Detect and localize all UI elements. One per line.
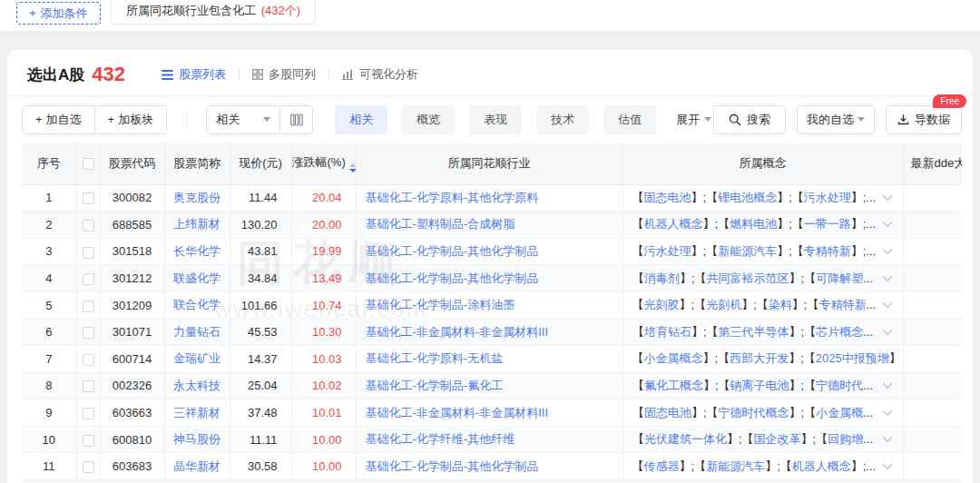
concept-link[interactable]: 钠离子电池 [730, 379, 789, 392]
stock-name-link[interactable]: 三祥新材 [173, 406, 220, 419]
concept-link[interactable]: 光刻胶 [644, 298, 680, 311]
col-header-price: 现价(元) [230, 143, 291, 184]
view-tab-list[interactable]: 股票列表 [149, 66, 239, 83]
tab-相关[interactable]: 相关 [335, 105, 387, 134]
chevron-down-icon[interactable] [882, 382, 893, 389]
concept-link[interactable]: 氟化工概念 [644, 379, 703, 392]
stock-name-link[interactable]: 永太科技 [173, 379, 220, 392]
concept-link[interactable]: 小金属概念 [644, 351, 703, 365]
row-checkbox[interactable] [83, 220, 94, 232]
industry-link[interactable]: 基础化工-非金属材料-非金属材料III [366, 325, 549, 339]
industry-link[interactable]: 基础化工-化学制品-涂料油墨 [366, 298, 515, 311]
concept-link[interactable]: 传感器 [644, 459, 680, 473]
stock-name-link[interactable]: 金瑞矿业 [173, 351, 220, 365]
row-checkbox[interactable] [83, 380, 94, 392]
add-watchlist-button[interactable]: + 加自选 [23, 106, 94, 133]
industry-link[interactable]: 基础化工-塑料制品-合成树脂 [366, 217, 515, 231]
tab-技术[interactable]: 技术 [536, 105, 589, 134]
concept-link[interactable]: 光刻机 [706, 298, 741, 311]
view-tab-multi[interactable]: 多股同列 [240, 66, 328, 83]
chevron-down-icon[interactable] [882, 222, 893, 228]
concept-link[interactable]: 共同富裕示范区 [707, 271, 789, 285]
row-checkbox[interactable] [83, 461, 94, 473]
concept-link[interactable]: 光伏建筑一体化 [644, 432, 727, 446]
concept-link[interactable]: 机器人概念 [644, 217, 703, 231]
concept-link[interactable]: 新能源汽车 [718, 244, 777, 258]
stock-name-link[interactable]: 上纬新材 [173, 217, 220, 231]
stock-name-link[interactable]: 联合化学 [173, 298, 220, 311]
concept-link[interactable]: 宁德时代 [816, 379, 863, 392]
view-tab-visual[interactable]: 可视化分析 [329, 66, 431, 83]
sort-icon[interactable] [349, 163, 356, 172]
concept-link[interactable]: 专精特新 [818, 298, 866, 311]
chevron-down-icon[interactable] [882, 463, 893, 469]
row-checkbox[interactable] [83, 273, 94, 285]
row-checkbox[interactable] [83, 435, 94, 447]
concept-link[interactable]: 燃料电池 [730, 217, 777, 231]
tab-表现[interactable]: 表现 [469, 105, 522, 134]
chevron-down-icon[interactable] [882, 248, 893, 254]
chevron-down-icon[interactable] [882, 275, 893, 281]
row-checkbox[interactable] [83, 301, 94, 312]
row-checkbox[interactable] [83, 354, 94, 366]
industry-link[interactable]: 基础化工-化学制品-其他化学制品 [366, 244, 539, 258]
add-board-button[interactable]: + 加板块 [94, 106, 167, 133]
chevron-down-icon[interactable] [882, 301, 893, 308]
concept-link[interactable]: 固态电池 [644, 191, 691, 204]
row-checkbox[interactable] [83, 327, 94, 339]
concept-link[interactable]: 可降解塑 [816, 271, 863, 285]
stock-name-link[interactable]: 奥克股份 [173, 191, 220, 204]
industry-link[interactable]: 基础化工-化学制品-氟化工 [366, 379, 504, 392]
stock-name-link[interactable]: 神马股份 [173, 432, 220, 446]
search-button[interactable]: 搜索 [713, 105, 786, 134]
concept-link[interactable]: 宁德时代概念 [719, 406, 789, 419]
concept-link[interactable]: 污水处理 [804, 191, 851, 204]
chevron-down-icon[interactable] [882, 194, 893, 201]
industry-link[interactable]: 基础化工-非金属材料-非金属材料III [366, 406, 549, 419]
chevron-down-icon[interactable] [882, 329, 893, 335]
industry-link[interactable]: 基础化工-化学原料-其他化学原料 [366, 191, 539, 204]
concept-link[interactable]: 一带一路 [804, 217, 851, 231]
concept-link[interactable]: 第三代半导体 [719, 325, 789, 339]
my-watchlist-dropdown[interactable]: 我的自选 [797, 105, 875, 134]
concept-link[interactable]: 消毒剂 [644, 271, 680, 285]
column-config-button[interactable] [279, 106, 312, 133]
concept-link[interactable]: 锂电池概念 [718, 191, 777, 204]
concept-link[interactable]: 固态电池 [644, 406, 691, 419]
add-condition-button[interactable]: + 添加条件 [16, 2, 101, 25]
field-select-dropdown[interactable]: 相关 [207, 106, 279, 133]
col-header-chg[interactable]: 涨跌幅(%) [291, 143, 356, 184]
concept-link[interactable]: 专精特新 [804, 244, 851, 258]
tab-估值[interactable]: 估值 [603, 105, 656, 134]
stock-name-link[interactable]: 联盛化学 [173, 271, 220, 285]
industry-link[interactable]: 基础化工-化学原料-无机盐 [366, 351, 504, 365]
row-checkbox[interactable] [83, 408, 94, 419]
chevron-down-icon[interactable] [882, 409, 893, 416]
row-checkbox[interactable] [83, 247, 94, 259]
select-all-checkbox[interactable] [83, 158, 94, 170]
stock-name-link[interactable]: 长华化学 [173, 244, 220, 258]
concept-link[interactable]: 小金属概 [816, 406, 863, 419]
concept-link[interactable]: 国企改革 [754, 432, 801, 446]
concept-link[interactable]: 回购增 [828, 432, 863, 446]
industry-link[interactable]: 基础化工-化学制品-其他化学制品 [366, 271, 539, 285]
industry-link[interactable]: 基础化工-化学制品-其他化学制品 [366, 459, 539, 473]
concept-link[interactable]: 西部大开发 [730, 351, 789, 365]
concept-link[interactable]: 2025中报预增 [816, 351, 889, 365]
concept-link[interactable]: 培育钻石 [644, 325, 691, 339]
row-checkbox[interactable] [83, 192, 94, 204]
condition-tab[interactable]: 所属同花顺行业包含化工 (432个) [111, 0, 316, 25]
concept-link[interactable]: 新能源汽车 [706, 459, 765, 473]
stock-name-link[interactable]: 晶华新材 [173, 459, 220, 473]
stock-name-link[interactable]: 力量钻石 [173, 325, 220, 339]
expand-button[interactable]: 展开 [676, 112, 711, 128]
concept-link[interactable]: 污水处理 [644, 244, 691, 258]
tab-概览[interactable]: 概览 [402, 105, 455, 134]
concept-link[interactable]: 染料 [769, 298, 792, 311]
concept-link[interactable]: 机器人概念 [792, 459, 851, 473]
chevron-down-icon[interactable] [882, 436, 893, 442]
export-data-button[interactable]: Free 导数据 [886, 105, 962, 134]
row-checkbox-cell [76, 319, 100, 346]
concept-link[interactable]: 芯片概念 [816, 325, 863, 339]
industry-link[interactable]: 基础化工-化学纤维-其他纤维 [366, 432, 515, 446]
